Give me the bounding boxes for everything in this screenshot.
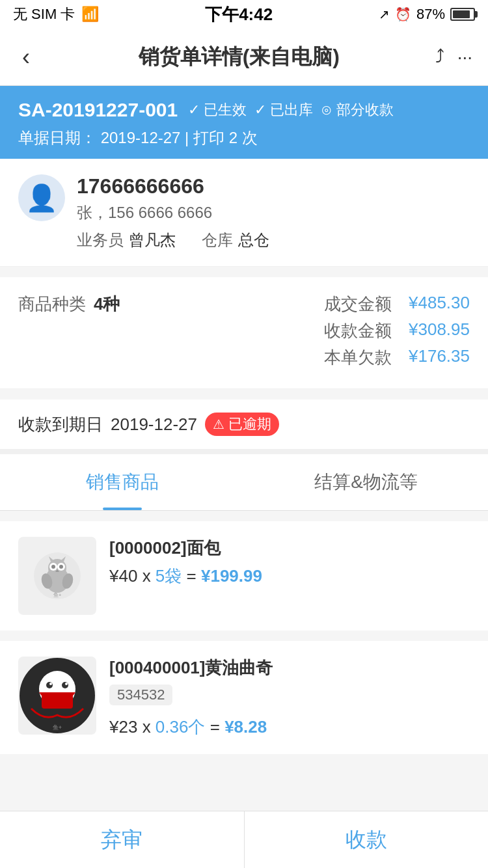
product-thumb-1: 鱼+ bbox=[18, 537, 96, 615]
tab-settlement[interactable]: 结算&物流等 bbox=[244, 454, 488, 510]
svg-point-21 bbox=[65, 683, 68, 685]
battery-text: 87% bbox=[416, 6, 445, 23]
svg-point-5 bbox=[51, 565, 55, 569]
product-total-2: ¥8.28 bbox=[224, 717, 267, 737]
status-time: 下午4:42 bbox=[205, 3, 273, 26]
avatar-icon: 👤 bbox=[25, 183, 58, 213]
owed-value: ¥176.35 bbox=[405, 346, 470, 369]
svg-point-6 bbox=[59, 565, 63, 569]
status-tags: ✓ 已生效 ✓ 已出库 ⊙ 部分收款 bbox=[188, 100, 393, 120]
status-outbound: ✓ 已出库 bbox=[254, 100, 313, 120]
product-price-1: ¥40 x 5袋 = ¥199.99 bbox=[109, 565, 470, 588]
location-icon: ↗ bbox=[379, 7, 390, 22]
summary-section: 商品种类 4种 成交金额 ¥485.30 收款金额 ¥308.95 本单欠款 ¥… bbox=[0, 277, 488, 389]
carrier-text: 无 SIM 卡 bbox=[13, 5, 75, 24]
product-unit-price-1: ¥40 bbox=[109, 566, 137, 586]
product-info-2: [000400001]黄油曲奇 534532 ¥23 x 0.36个 = ¥8.… bbox=[109, 657, 470, 739]
warehouse-label: 仓库 bbox=[202, 230, 233, 251]
overdue-badge: ⚠ 已逾期 bbox=[205, 413, 279, 436]
overdue-dot: ⚠ bbox=[213, 416, 224, 432]
status-partial: ⊙ 部分收款 bbox=[321, 100, 393, 120]
collect-payment-button[interactable]: 收款 bbox=[245, 811, 489, 868]
status-activated: ✓ 已生效 bbox=[188, 100, 247, 120]
customer-phone: 17666666666 bbox=[77, 174, 470, 198]
battery-fill bbox=[453, 10, 470, 18]
customer-info: 17666666666 张，156 6666 6666 业务员 曾凡杰 仓库 总… bbox=[77, 174, 470, 251]
print-info: | 打印 2 次 bbox=[185, 129, 258, 146]
battery-icon bbox=[450, 8, 475, 21]
type-label: 商品种类 bbox=[18, 293, 86, 316]
product-info-1: [0000002]面包 ¥40 x 5袋 = ¥199.99 bbox=[109, 537, 470, 588]
salesperson-label: 业务员 bbox=[77, 230, 124, 251]
warehouse-value: 总仓 bbox=[238, 230, 269, 251]
nav-icons: ⤴ ··· bbox=[435, 47, 472, 68]
product-name-1: [0000002]面包 bbox=[109, 537, 470, 560]
tab-products[interactable]: 销售商品 bbox=[0, 454, 244, 510]
more-icon[interactable]: ··· bbox=[457, 47, 472, 68]
product-price-2: ¥23 x 0.36个 = ¥8.28 bbox=[109, 716, 470, 739]
svg-text:鱼+: 鱼+ bbox=[53, 724, 62, 731]
back-button[interactable]: ‹ bbox=[16, 37, 36, 77]
owed-item: 本单欠款 ¥176.35 bbox=[324, 346, 470, 369]
received-value: ¥308.95 bbox=[405, 319, 470, 342]
summary-row: 商品种类 4种 成交金额 ¥485.30 收款金额 ¥308.95 本单欠款 ¥… bbox=[18, 293, 470, 373]
order-id: SA-20191227-001 bbox=[18, 99, 178, 121]
product-qty-2: 0.36个 bbox=[156, 717, 206, 737]
product-qty-1: 5袋 bbox=[156, 566, 182, 586]
nav-bar: ‹ 销货单详情(来自电脑) ⤴ ··· bbox=[0, 29, 488, 86]
overdue-text: 已逾期 bbox=[228, 414, 271, 434]
amount-item: 成交金额 ¥485.30 bbox=[324, 293, 470, 316]
header-top: SA-20191227-001 ✓ 已生效 ✓ 已出库 ⊙ 部分收款 bbox=[18, 99, 470, 121]
abandon-review-button[interactable]: 弃审 bbox=[0, 811, 245, 868]
date-label: 单据日期： bbox=[18, 129, 96, 146]
svg-text:鱼+: 鱼+ bbox=[53, 592, 62, 598]
share-icon[interactable]: ⤴ bbox=[435, 47, 444, 68]
product-unit-price-2: ¥23 bbox=[109, 717, 137, 737]
amount-value: ¥485.30 bbox=[405, 293, 470, 316]
header-bottom: 单据日期： 2019-12-27 | 打印 2 次 bbox=[18, 128, 470, 148]
due-section: 收款到期日 2019-12-27 ⚠ 已逾期 bbox=[0, 400, 488, 454]
owed-label: 本单欠款 bbox=[324, 346, 392, 369]
tabs-section: 销售商品 结算&物流等 bbox=[0, 454, 488, 511]
status-bar: 无 SIM 卡 📶 下午4:42 ↗ ⏰ 87% bbox=[0, 0, 488, 29]
product-multiply-2: x bbox=[142, 717, 156, 737]
product-equals-1: = bbox=[187, 566, 201, 586]
product-multiply-1: x bbox=[142, 566, 156, 586]
page-title: 销货单详情(来自电脑) bbox=[43, 43, 435, 72]
type-count: 4种 bbox=[94, 293, 120, 316]
received-label: 收款金额 bbox=[324, 319, 392, 342]
product-badge-2: 534532 bbox=[109, 685, 172, 705]
status-right: ↗ ⏰ 87% bbox=[379, 6, 475, 23]
customer-name: 张，156 6666 6666 bbox=[77, 202, 470, 223]
avatar: 👤 bbox=[18, 174, 65, 221]
due-label: 收款到期日 bbox=[18, 413, 103, 436]
list-item: 鱼+ [000400001]黄油曲奇 534532 ¥23 x 0.36个 = … bbox=[0, 641, 488, 754]
svg-rect-15 bbox=[42, 694, 73, 709]
amount-label: 成交金额 bbox=[324, 293, 392, 316]
product-image-1: 鱼+ bbox=[31, 550, 83, 602]
warehouse-item: 仓库 总仓 bbox=[202, 230, 269, 251]
bottom-bar: 弃审 收款 bbox=[0, 811, 488, 868]
alarm-icon: ⏰ bbox=[395, 7, 411, 22]
order-date: 2019-12-27 bbox=[101, 129, 181, 146]
due-date: 2019-12-27 bbox=[111, 414, 197, 435]
product-thumb-2: 鱼+ bbox=[18, 657, 96, 735]
list-item: 鱼+ [0000002]面包 ¥40 x 5袋 = ¥199.99 bbox=[0, 521, 488, 631]
product-equals-2: = bbox=[210, 717, 224, 737]
salesperson-item: 业务员 曾凡杰 bbox=[77, 230, 176, 251]
salesperson-value: 曾凡杰 bbox=[129, 230, 176, 251]
wifi-icon: 📶 bbox=[81, 6, 99, 23]
svg-point-20 bbox=[49, 683, 52, 685]
customer-section: 👤 17666666666 张，156 6666 6666 业务员 曾凡杰 仓库… bbox=[0, 159, 488, 267]
product-total-1: ¥199.99 bbox=[201, 566, 262, 586]
header-banner: SA-20191227-001 ✓ 已生效 ✓ 已出库 ⊙ 部分收款 单据日期：… bbox=[0, 86, 488, 159]
svg-point-19 bbox=[62, 682, 68, 688]
customer-meta: 业务员 曾凡杰 仓库 总仓 bbox=[77, 230, 470, 251]
summary-right: 成交金额 ¥485.30 收款金额 ¥308.95 本单欠款 ¥176.35 bbox=[324, 293, 470, 373]
svg-point-18 bbox=[46, 682, 53, 688]
summary-left: 商品种类 4种 bbox=[18, 293, 120, 316]
product-name-2: [000400001]黄油曲奇 bbox=[109, 657, 470, 679]
received-item: 收款金额 ¥308.95 bbox=[324, 319, 470, 342]
status-left: 无 SIM 卡 📶 bbox=[13, 5, 99, 24]
product-image-2: 鱼+ bbox=[18, 657, 96, 735]
